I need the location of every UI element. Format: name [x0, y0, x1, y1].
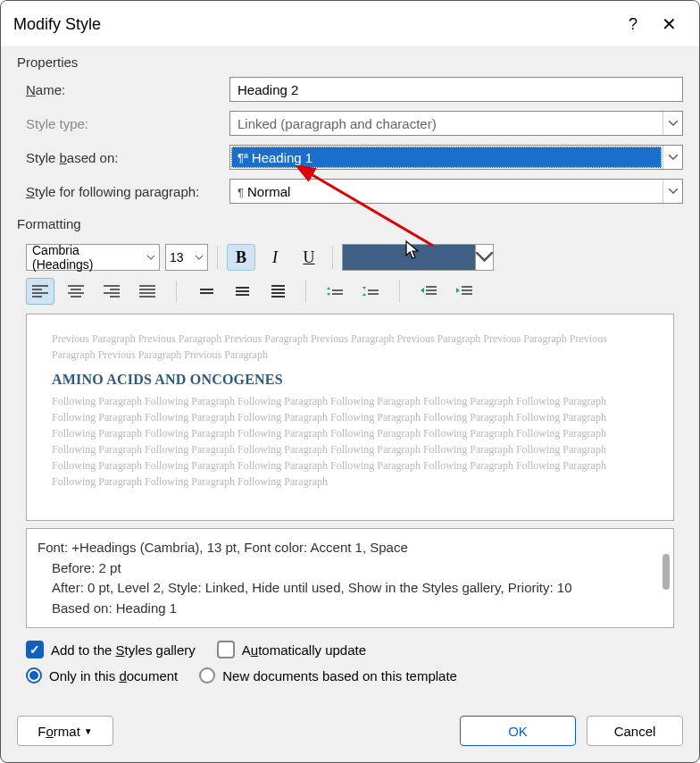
preview-previous-text: Previous Paragraph Previous Paragraph Pr… — [52, 331, 648, 363]
preview-heading-text: AMINO ACIDS AND ONCOGENES — [52, 372, 648, 388]
format-button[interactable]: Format▼ — [17, 716, 113, 746]
name-label: Name: — [26, 82, 229, 97]
style-type-label: Style type: — [26, 116, 229, 131]
style-following-label: Style for following paragraph: — [26, 184, 229, 199]
color-swatch — [343, 245, 475, 270]
only-this-document-radio[interactable] — [26, 667, 42, 683]
paragraph-style-icon: ¶ª — [238, 151, 248, 164]
modify-style-dialog: Modify Style ? ✕ Properties Name: Style … — [0, 0, 700, 763]
add-to-gallery-label: Add to the Styles gallery — [51, 642, 196, 658]
preview-box: Previous Paragraph Previous Paragraph Pr… — [26, 314, 674, 521]
space-before-decrease-button[interactable] — [356, 278, 385, 305]
chevron-down-icon — [143, 245, 159, 270]
line-spacing-1-5-button[interactable] — [227, 278, 255, 305]
dialog-title: Modify Style — [13, 15, 101, 34]
auto-update-label: Automatically update — [242, 642, 366, 658]
help-button[interactable]: ? — [615, 10, 651, 38]
style-type-combo[interactable]: Linked (paragraph and character) — [229, 111, 683, 136]
align-left-button[interactable] — [26, 278, 54, 305]
font-size-combo[interactable]: 13 — [165, 244, 208, 271]
italic-button[interactable]: I — [261, 244, 289, 271]
formatting-section-label: Formatting — [17, 216, 683, 231]
align-right-button[interactable] — [97, 278, 126, 305]
caret-down-icon: ▼ — [84, 726, 93, 736]
font-family-combo[interactable]: Cambria (Headings) — [26, 244, 160, 271]
bold-button[interactable]: B — [227, 244, 255, 271]
align-justify-button[interactable] — [133, 278, 162, 305]
titlebar: Modify Style ? ✕ — [1, 1, 699, 46]
line-spacing-2-button[interactable] — [262, 278, 291, 305]
underline-button[interactable]: U — [295, 244, 323, 271]
chevron-down-icon — [191, 245, 207, 270]
properties-section-label: Properties — [17, 54, 683, 70]
cancel-button[interactable]: Cancel — [587, 716, 683, 746]
chevron-down-icon — [662, 180, 682, 203]
increase-indent-button[interactable] — [450, 278, 479, 305]
new-documents-label: New documents based on this template — [222, 668, 457, 683]
name-input[interactable] — [229, 77, 683, 102]
chevron-down-icon — [475, 245, 493, 270]
scrollbar-thumb[interactable] — [662, 554, 670, 590]
pilcrow-icon: ¶ — [238, 186, 244, 199]
close-button[interactable]: ✕ — [651, 10, 687, 38]
style-following-combo[interactable]: ¶Normal — [229, 179, 683, 204]
space-before-increase-button[interactable] — [321, 278, 349, 305]
style-based-on-label: Style based on: — [26, 150, 229, 165]
preview-following-text: Following Paragraph Following Paragraph … — [52, 393, 648, 490]
align-center-button[interactable] — [62, 278, 90, 305]
add-to-gallery-checkbox[interactable] — [26, 641, 44, 658]
line-spacing-1-button[interactable] — [191, 278, 220, 305]
style-description-box: Font: +Headings (Cambria), 13 pt, Font c… — [26, 528, 674, 628]
new-documents-radio[interactable] — [199, 667, 215, 683]
ok-button[interactable]: OK — [460, 716, 576, 746]
font-color-combo[interactable] — [342, 244, 494, 271]
decrease-indent-button[interactable] — [414, 278, 443, 305]
style-based-on-combo[interactable]: ¶ªHeading 1 — [229, 145, 683, 170]
only-this-document-label: Only in this document — [49, 668, 178, 683]
chevron-down-icon — [662, 112, 682, 135]
auto-update-checkbox[interactable] — [217, 641, 235, 658]
chevron-down-icon — [662, 146, 682, 169]
